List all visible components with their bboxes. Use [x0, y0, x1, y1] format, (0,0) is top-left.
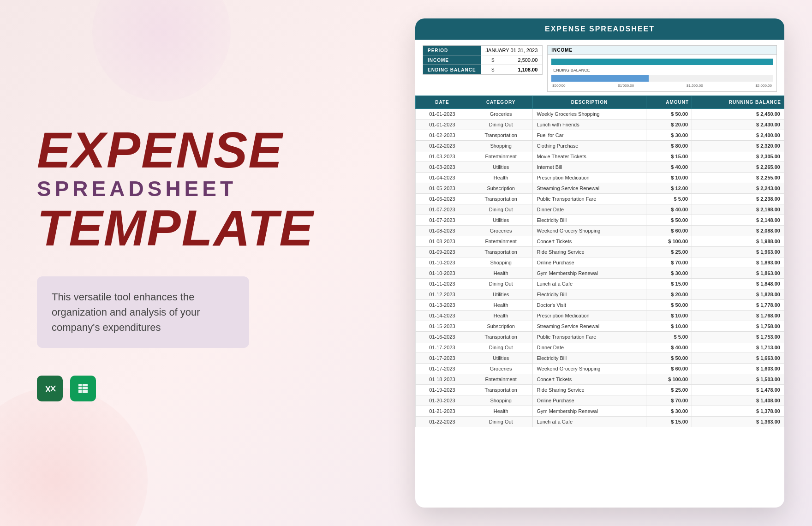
balance-dollar: $	[756, 408, 760, 414]
table-row: 01-03-2023UtilitiesInternet Bill$ 40.00$…	[416, 162, 784, 173]
cell-category: Subscription	[469, 321, 532, 332]
cell-category: Health	[469, 311, 532, 321]
balance-dollar: $	[756, 175, 760, 180]
svg-rect-5	[78, 384, 88, 393]
svg-text:X: X	[45, 385, 51, 394]
balance-dollar: $	[756, 270, 760, 276]
balance-val: 1,963.00	[760, 249, 780, 255]
table-row: 01-19-2023TransportationRide Sharing Ser…	[416, 385, 784, 395]
chart-bar-income-fill	[551, 59, 773, 65]
income-label: INCOME	[423, 55, 481, 65]
table-row: 01-02-2023TransportationFuel for Car$ 30…	[416, 130, 784, 141]
description-text: This versatile tool enhances the organiz…	[52, 289, 234, 335]
cell-description: Concert Tickets	[533, 236, 646, 247]
description-box: This versatile tool enhances the organiz…	[37, 276, 249, 348]
amount-dollar: $	[671, 132, 675, 138]
balance-val: 1,768.00	[760, 313, 780, 318]
amount-dollar: $	[671, 164, 675, 170]
amount-dollar: $	[671, 122, 675, 127]
balance-dollar: $	[756, 207, 760, 212]
title-line2: SPREADSHEET	[37, 175, 258, 203]
cell-date: 01-01-2023	[416, 109, 469, 120]
cell-date: 01-19-2023	[416, 385, 469, 395]
amount-dollar: $	[671, 111, 675, 117]
balance-dollar: $	[756, 154, 760, 159]
table-row: 01-21-2023HealthGym Membership Renewal$ …	[416, 406, 784, 417]
amount-val: 70.00	[675, 260, 688, 265]
balance-dollar: $	[756, 132, 760, 138]
amount-val: 100.00	[672, 239, 688, 244]
spreadsheet-panel: EXPENSE SPREADSHEET PERIOD JANUARY 01-31…	[415, 18, 784, 508]
amount-val: 50.00	[675, 355, 688, 361]
amount-val: 50.00	[675, 217, 688, 223]
period-value: JANUARY 01-31, 2023	[481, 46, 543, 55]
balance-dollar: $	[756, 355, 760, 361]
amount-dollar: $	[671, 281, 675, 287]
amount-dollar: $	[671, 292, 675, 297]
amount-dollar: $	[671, 355, 675, 361]
col-description: DESCRIPTION	[533, 96, 646, 109]
table-row: 01-13-2023HealthDoctor's Visit$ 50.00$ 1…	[416, 300, 784, 311]
balance-dollar: $	[756, 302, 760, 308]
balance-val: 1,753.00	[760, 334, 780, 340]
balance-val: 2,320.00	[760, 143, 780, 149]
amount-dollar: $	[674, 196, 678, 202]
balance-dollar: $	[756, 281, 760, 287]
col-category: CATEGORY	[469, 96, 532, 109]
col-running-balance: RUNNING BALANCE	[692, 96, 784, 109]
cell-description: Prescription Medication	[533, 173, 646, 183]
amount-val: 25.00	[675, 387, 688, 393]
balance-dollar: $	[756, 313, 760, 318]
amount-dollar: $	[671, 408, 675, 414]
table-row: 01-08-2023GroceriesWeekend Grocery Shopp…	[416, 226, 784, 236]
cell-category: Dining Out	[469, 417, 532, 427]
cell-category: Health	[469, 300, 532, 311]
table-row: 01-06-2023TransportationPublic Transport…	[416, 194, 784, 204]
cell-date: 01-08-2023	[416, 226, 469, 236]
balance-dollar: $	[756, 196, 760, 202]
cell-date: 01-10-2023	[416, 257, 469, 268]
balance-dollar: $	[756, 377, 760, 382]
cell-date: 01-02-2023	[416, 130, 469, 141]
table-row: 01-10-2023HealthGym Membership Renewal$ …	[416, 268, 784, 279]
cell-category: Entertainment	[469, 236, 532, 247]
balance-val: 2,450.00	[760, 111, 780, 117]
cell-category: Dining Out	[469, 279, 532, 289]
cell-description: Fuel for Car	[533, 130, 646, 141]
balance-dollar: $	[756, 366, 760, 371]
balance-val: 1,988.00	[760, 239, 780, 244]
sheets-icon	[70, 376, 96, 401]
table-row: 01-11-2023Dining OutLunch at a Cafe$ 15.…	[416, 279, 784, 289]
cell-description: Lunch with Friends	[533, 120, 646, 130]
title-line1: EXPENSE	[37, 125, 258, 175]
cell-category: Shopping	[469, 395, 532, 406]
amount-val: 10.00	[675, 323, 688, 329]
cell-date: 01-04-2023	[416, 173, 469, 183]
spreadsheet-title: EXPENSE SPREADSHEET	[415, 18, 784, 40]
axis-label-4: $2,000.00	[755, 84, 772, 88]
table-row: 01-16-2023TransportationPublic Transport…	[416, 332, 784, 342]
table-row: 01-14-2023HealthPrescription Medication$…	[416, 311, 784, 321]
table-row: 01-17-2023Dining OutDinner Date$ 40.00$ …	[416, 342, 784, 353]
balance-val: 1,478.00	[760, 387, 780, 393]
amount-val: 80.00	[675, 143, 688, 149]
balance-val: 2,243.00	[760, 185, 780, 191]
amount-val: 10.00	[675, 175, 688, 180]
balance-val: 2,305.00	[760, 154, 780, 159]
table-row: 01-07-2023UtilitiesElectricity Bill$ 50.…	[416, 215, 784, 226]
title-line3: TEMPLATE	[37, 203, 258, 253]
income-value: 2,500.00	[499, 55, 543, 65]
cell-date: 01-07-2023	[416, 215, 469, 226]
balance-dollar: $	[756, 122, 760, 127]
amount-val: 15.00	[675, 419, 688, 424]
amount-dollar: $	[671, 185, 675, 191]
balance-dollar: $	[756, 249, 760, 255]
amount-val: 70.00	[675, 398, 688, 403]
amount-dollar: $	[671, 175, 675, 180]
amount-val: 40.00	[675, 207, 688, 212]
chart-area: ENDING BALANCE $500'00 $1'000.00 $1,500.…	[548, 55, 776, 91]
data-table-container: DATE CATEGORY DESCRIPTION AMOUNT RUNNING…	[415, 96, 784, 508]
amount-val: 10.00	[675, 313, 688, 318]
amount-dollar: $	[671, 398, 675, 403]
cell-description: Weekend Grocery Shopping	[533, 364, 646, 374]
